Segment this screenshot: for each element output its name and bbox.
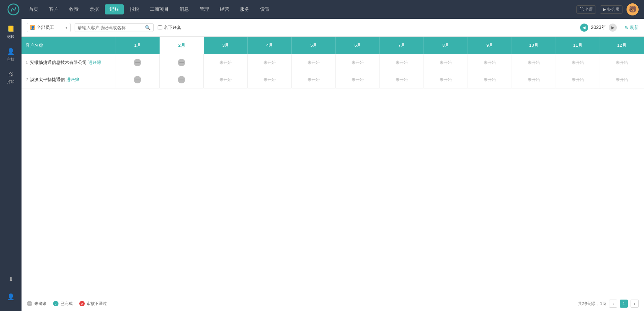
nav-item-消息[interactable]: 消息 — [175, 4, 194, 14]
pagination: 共2条记录，1页 ‹ 1 › — [578, 300, 639, 308]
nav-item-票据[interactable]: 票据 — [85, 4, 104, 14]
x-icon: ✕ — [81, 302, 83, 306]
logo[interactable] — [5, 1, 22, 17]
month-cell-8: 未开始 — [424, 54, 468, 71]
not-started-label: 未开始 — [308, 60, 320, 65]
month-cell-7: 未开始 — [380, 71, 424, 88]
not-started-label: 未开始 — [219, 77, 232, 82]
enter-ledger-link[interactable]: 进账簿 — [66, 77, 79, 82]
nav-item-首页[interactable]: 首页 — [24, 4, 43, 14]
next-page-button[interactable]: › — [631, 300, 639, 308]
col-9月: 9月 — [468, 37, 512, 54]
avatar[interactable]: 🐻 — [627, 3, 639, 15]
footer: — 未建账 ✓ 已完成 ✕ 审核不通过 共2条记录，1页 ‹ 1 — [22, 296, 644, 311]
accounting-icon: 📒 — [7, 25, 15, 33]
search-button[interactable]: 🔍 — [142, 24, 153, 32]
col-1月: 1月 — [116, 37, 160, 54]
table-body: 1安徽畅捷通信息技术有限公司 进账簿——未开始未开始未开始未开始未开始未开始未开… — [22, 54, 644, 88]
search-input[interactable] — [75, 24, 142, 32]
next-year-button[interactable]: ▶ — [609, 24, 617, 32]
col-7月: 7月 — [380, 37, 424, 54]
not-started-label: 未开始 — [572, 60, 584, 65]
col-8月: 8月 — [424, 37, 468, 54]
sidebar-item-user[interactable]: 👤 — [1, 289, 20, 304]
sidebar-item-download[interactable]: ⬇ — [1, 272, 20, 287]
month-cell-8: 未开始 — [424, 71, 468, 88]
month-cell-6: 未开始 — [336, 54, 380, 71]
month-cell-2: — — [160, 54, 204, 71]
vip-label: 畅会员 — [607, 7, 619, 12]
fullscreen-label: 全屏 — [585, 7, 593, 12]
page-1-button[interactable]: 1 — [620, 300, 628, 308]
myaccounts-checkbox[interactable] — [158, 25, 162, 30]
col-12月: 12月 — [600, 37, 644, 54]
not-started-label: 未开始 — [264, 60, 276, 65]
col-3月: 3月 — [204, 37, 248, 54]
nav-item-收费[interactable]: 收费 — [65, 4, 83, 14]
not-started-label: 未开始 — [352, 60, 364, 65]
sidebar-item-audit[interactable]: 👤 审核 — [1, 44, 20, 65]
month-cell-1: — — [116, 71, 160, 88]
sidebar-item-accounting[interactable]: 📒 记账 — [1, 22, 20, 43]
refresh-icon: ↻ — [625, 25, 629, 30]
status-dash: — — [134, 59, 141, 66]
month-cell-3: 未开始 — [204, 71, 248, 88]
nav-item-管理[interactable]: 管理 — [195, 4, 214, 14]
not-started-label: 未开始 — [440, 60, 452, 65]
legend-teal-dot: ✓ — [53, 301, 58, 306]
audit-icon: 👤 — [7, 47, 15, 55]
employee-select[interactable]: 👤 全部员工 ▾ — [27, 23, 71, 32]
month-cell-4: 未开始 — [248, 54, 292, 71]
nav-item-工商项目[interactable]: 工商项目 — [145, 4, 173, 14]
client-name: 安徽畅捷通信息技术有限公司 — [30, 60, 87, 65]
month-cell-4: 未开始 — [248, 71, 292, 88]
month-cell-12: 未开始 — [600, 71, 644, 88]
not-started-label: 未开始 — [219, 60, 232, 65]
not-started-label: 未开始 — [616, 77, 628, 82]
not-started-label: 未开始 — [528, 77, 540, 82]
left-sidebar: 📒 记账 👤 审核 🖨 打印 ⬇ 👤 — [0, 19, 22, 311]
vip-icon: ▶ — [603, 7, 606, 12]
nav-item-设置[interactable]: 设置 — [255, 4, 274, 14]
total-records: 共2条记录，1页 — [578, 301, 606, 307]
nav-items: 首页客户收费票据记账报税工商项目消息管理经营服务设置 — [24, 4, 576, 14]
status-dash: — — [134, 76, 141, 83]
month-cell-10: 未开始 — [512, 54, 556, 71]
month-cell-5: 未开始 — [292, 54, 336, 71]
legend-rejected-label: 审核不通过 — [87, 301, 107, 307]
prev-page-button[interactable]: ‹ — [609, 300, 617, 308]
enter-ledger-link[interactable]: 进账簿 — [88, 60, 101, 65]
vip-button[interactable]: ▶ 畅会员 — [600, 5, 622, 14]
not-started-label: 未开始 — [396, 77, 408, 82]
sidebar-item-print[interactable]: 🖨 打印 — [1, 67, 20, 88]
not-started-label: 未开始 — [352, 77, 364, 82]
top-nav-right: ⛶ 全屏 ▶ 畅会员 🐻 — [576, 3, 639, 15]
nav-item-经营[interactable]: 经营 — [215, 4, 234, 14]
checkbox-myaccounts[interactable]: 名下账套 — [158, 25, 181, 31]
nav-item-报税[interactable]: 报税 — [125, 4, 144, 14]
top-nav: 首页客户收费票据记账报税工商项目消息管理经营服务设置 ⛶ 全屏 ▶ 畅会员 🐻 — [0, 0, 644, 19]
check-icon: ✓ — [54, 302, 57, 306]
not-started-label: 未开始 — [616, 60, 628, 65]
row-num: 1 — [26, 60, 28, 65]
prev-year-button[interactable]: ◀ — [580, 24, 588, 32]
year-display: 2023年 — [591, 25, 606, 31]
col-客户名称: 客户名称 — [22, 37, 116, 54]
employee-label: 全部员工 — [37, 25, 54, 31]
content-area: 👤 全部员工 ▾ 🔍 名下账套 ◀ 2023年 ▶ ↻ 刷新 — [22, 19, 644, 311]
month-cell-6: 未开始 — [336, 71, 380, 88]
fullscreen-button[interactable]: ⛶ 全屏 — [576, 5, 596, 14]
table-row: 2漠澳太平畅捷通信 进账簿——未开始未开始未开始未开始未开始未开始未开始未开始未… — [22, 71, 644, 88]
sidebar-bottom: ⬇ 👤 — [1, 272, 20, 311]
col-10月: 10月 — [512, 37, 556, 54]
legend-completed: ✓ 已完成 — [53, 301, 73, 307]
not-started-label: 未开始 — [572, 77, 584, 82]
nav-item-服务[interactable]: 服务 — [235, 4, 254, 14]
refresh-button[interactable]: ↻ 刷新 — [625, 25, 639, 31]
status-dash: — — [178, 76, 185, 83]
nav-item-记账[interactable]: 记账 — [105, 4, 124, 14]
nav-item-客户[interactable]: 客户 — [44, 4, 63, 14]
employee-icon: 👤 — [30, 25, 35, 30]
user-icon: 👤 — [7, 293, 15, 301]
month-cell-5: 未开始 — [292, 71, 336, 88]
